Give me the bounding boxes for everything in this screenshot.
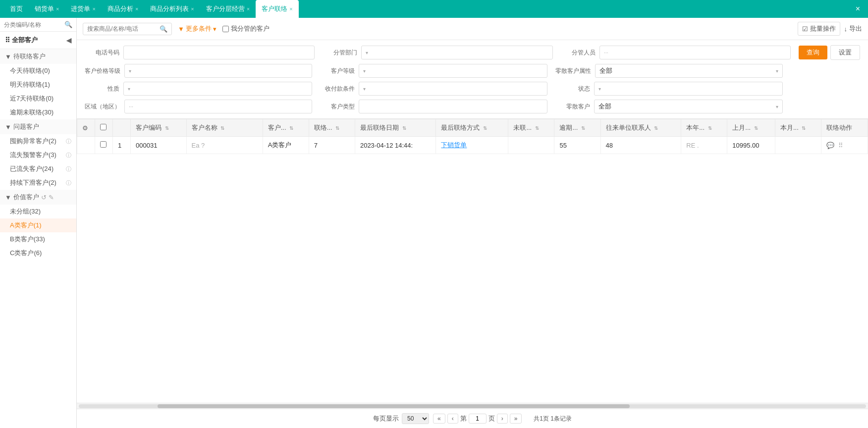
filter-retail-attr: 零散客户属性 全部 ▾: [555, 64, 783, 78]
sort-icon-contact-person[interactable]: ⇅: [654, 125, 658, 131]
refresh-icon[interactable]: ↺: [41, 194, 47, 201]
more-filter-button[interactable]: ▼ 更多条件 ▾: [178, 24, 217, 33]
section-pending-contact[interactable]: ▼ 待联络客户: [0, 49, 76, 64]
sort-icon-uncontacted[interactable]: ⇅: [535, 125, 539, 131]
last-page-button[interactable]: »: [510, 414, 522, 424]
query-button[interactable]: 查询: [799, 46, 827, 59]
setting-button[interactable]: 设置: [830, 45, 860, 60]
nav-customer-contact-close[interactable]: ×: [289, 6, 292, 12]
sort-icon-code[interactable]: ⇅: [165, 125, 169, 131]
filter-dept-select[interactable]: ▾: [361, 46, 552, 59]
sidebar-item-churned[interactable]: 已流失客户(24) ⓘ: [0, 162, 76, 176]
sidebar-item-unclassified[interactable]: 未分组(32): [0, 205, 76, 218]
sidebar-search-icon[interactable]: 🔍: [64, 21, 72, 28]
sidebar-item-churn-warning[interactable]: 流失预警客户(3) ⓘ: [0, 148, 76, 162]
filter-customer-type-input[interactable]: [359, 100, 547, 113]
sort-icon-last-date[interactable]: ⇅: [402, 125, 406, 131]
filter-customer-level-select[interactable]: ▾: [359, 64, 547, 78]
first-page-button[interactable]: «: [433, 414, 445, 424]
filter-person-input[interactable]: ···: [599, 46, 791, 59]
sidebar-item-churned-label: 已流失客户(24): [10, 164, 54, 173]
row-last-method[interactable]: 下销货单: [441, 141, 467, 149]
nav-sales[interactable]: 销货单 ×: [29, 0, 65, 18]
sidebar-all-customers[interactable]: ⠿ 全部客户 ◀: [0, 32, 76, 49]
batch-op-label: 批量操作: [810, 24, 836, 33]
nav-customer-segment-label: 客户分层经营: [206, 4, 245, 13]
row-code-cell[interactable]: 000031: [131, 137, 187, 154]
table-scroll-wrapper[interactable]: ⚙ 客户编码 ⇅ 客户名称: [77, 119, 868, 403]
nav-purchase-close[interactable]: ×: [92, 6, 95, 12]
sidebar-item-a-class[interactable]: A类客户(1): [0, 218, 76, 232]
filter-retail-attr-label: 零散客户属性: [555, 67, 591, 75]
filter-region-input[interactable]: ···: [124, 100, 312, 113]
sidebar-item-declining[interactable]: 持续下滑客户(2) ⓘ: [0, 176, 76, 190]
collapse-icon[interactable]: ◀: [66, 37, 71, 44]
window-close-button[interactable]: ×: [852, 4, 864, 13]
filter-phone-input[interactable]: [123, 46, 315, 59]
filter-payment-select[interactable]: ▾: [359, 82, 547, 96]
main-search-box[interactable]: 🔍: [83, 23, 172, 35]
next-page-button[interactable]: ›: [497, 414, 508, 424]
sort-icon-contact[interactable]: ⇅: [335, 125, 339, 131]
nav-home[interactable]: 首页: [4, 0, 29, 18]
nav-product-list[interactable]: 商品分析列表 ×: [144, 0, 200, 18]
nav-product-analysis[interactable]: 商品分析 ×: [102, 0, 144, 18]
sort-icon-this-month[interactable]: ⇅: [802, 125, 806, 131]
row-last-method-cell[interactable]: 下销货单: [436, 137, 508, 154]
sidebar-item-7days[interactable]: 近7天待联络(0): [0, 92, 76, 106]
my-customer-checkbox[interactable]: [222, 26, 229, 32]
nav-purchase[interactable]: 进货单 ×: [65, 0, 101, 18]
sidebar-item-hoard-abnormal[interactable]: 囤购异常客户(2) ⓘ: [0, 134, 76, 148]
select-all-checkbox[interactable]: [100, 124, 107, 130]
section-value-customers[interactable]: ▼ 价值客户 ↺ ✎: [0, 190, 76, 205]
sort-icon-last-month[interactable]: ⇅: [754, 125, 758, 131]
sidebar-item-overdue[interactable]: 逾期未联络(30): [0, 106, 76, 119]
filter-nature-select[interactable]: ▾: [123, 82, 312, 96]
main-search-input[interactable]: [87, 25, 160, 32]
nav-customer-contact[interactable]: 客户联络 ×: [256, 0, 298, 18]
horizontal-scrollbar[interactable]: [77, 403, 868, 409]
export-button[interactable]: ↓ 导出: [844, 24, 863, 33]
prev-page-button[interactable]: ‹: [447, 414, 458, 424]
sidebar-search-input[interactable]: [4, 21, 64, 28]
col-settings: ⚙: [77, 119, 95, 137]
nav-sales-close[interactable]: ×: [56, 6, 59, 12]
nav-product-analysis-close[interactable]: ×: [135, 6, 138, 12]
section-problem-customers[interactable]: ▼ 问题客户: [0, 119, 76, 134]
filter-retail-attr-select[interactable]: 全部 ▾: [595, 64, 783, 78]
filter-customer-level: 客户等级 ▾: [320, 64, 547, 78]
filter-person-more-icon: ···: [604, 50, 608, 55]
my-customer-checkbox-area[interactable]: 我分管的客户: [222, 24, 270, 33]
filter-retail-customer-select[interactable]: 全部 ▾: [594, 100, 783, 113]
batch-op-button[interactable]: ☑ 批量操作: [798, 22, 840, 36]
nav-customer-segment-close[interactable]: ×: [247, 6, 250, 12]
sidebar-item-b-class-label: B类客户(33): [10, 235, 45, 244]
edit-group-icon[interactable]: ✎: [49, 194, 54, 201]
row-contact-person: RE .: [686, 142, 699, 149]
more-filter-arrow: ▾: [213, 25, 217, 33]
sort-icon-this-year[interactable]: ⇅: [708, 125, 712, 131]
sidebar-item-c-class[interactable]: C类客户(6): [0, 246, 76, 260]
sidebar-item-b-class[interactable]: B类客户(33): [0, 232, 76, 246]
per-page-select[interactable]: 50 100 200: [402, 413, 429, 424]
action-chat-icon[interactable]: 💬: [826, 142, 834, 149]
page-input[interactable]: [469, 414, 487, 424]
col-last-month: 上月... ⇅: [727, 119, 775, 137]
sort-icon-name[interactable]: ⇅: [220, 125, 224, 131]
filter-person-label: 分管人员: [561, 49, 596, 57]
settings-icon[interactable]: ⚙: [82, 124, 88, 132]
sort-icon-overdue[interactable]: ⇅: [581, 125, 585, 131]
sort-icon-level[interactable]: ⇅: [289, 125, 293, 131]
row-checkbox[interactable]: [100, 141, 107, 148]
scroll-thumb[interactable]: [158, 404, 630, 408]
nav-product-list-close[interactable]: ×: [191, 6, 194, 12]
row-code: 000031: [136, 142, 157, 149]
sidebar-item-tomorrow[interactable]: 明天待联络(1): [0, 78, 76, 92]
filter-status-select[interactable]: ▾: [594, 82, 783, 96]
action-more-icon[interactable]: ⠿: [838, 142, 843, 149]
nav-customer-segment[interactable]: 客户分层经营 ×: [200, 0, 256, 18]
sidebar-item-today[interactable]: 今天待联络(0): [0, 64, 76, 78]
filter-price-level-select[interactable]: ▾: [124, 64, 312, 78]
sort-icon-last-method[interactable]: ⇅: [483, 125, 487, 131]
main-search-icon[interactable]: 🔍: [160, 25, 167, 33]
